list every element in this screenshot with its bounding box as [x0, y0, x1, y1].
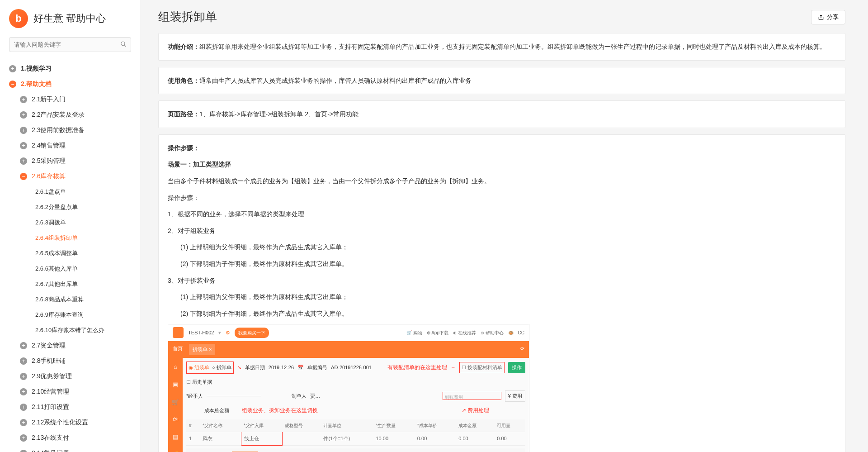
- ss-avatar-icon: 🐵: [508, 328, 514, 337]
- search-input[interactable]: [9, 37, 131, 52]
- ss-buy-pill: 我要购买一下: [235, 328, 269, 338]
- nav-2-6-5[interactable]: 2.6.5成本调整单: [9, 246, 131, 261]
- ss-maker-val: 贾…: [310, 391, 320, 401]
- logo-icon: b: [9, 9, 28, 28]
- plus-icon: +: [20, 373, 27, 380]
- ss-type-radio: ◉ 组装单 ○ 拆卸单: [186, 362, 234, 374]
- step3-1: (1) 上部明细为父件明细，最终作为原材料生成其它出库单；: [168, 291, 836, 303]
- role-label: 使用角色：: [168, 77, 199, 84]
- ss-handler: *经手人: [186, 391, 203, 401]
- step1: 1、根据不同的业务，选择不同单据的类型来处理: [168, 208, 836, 220]
- plus-icon: +: [20, 111, 27, 119]
- ss-fee-btn: ¥ 费用: [505, 390, 525, 402]
- cart-icon: 🛒: [172, 397, 179, 408]
- plus-icon: +: [20, 96, 27, 103]
- role-card: 使用角色：通常由生产人员或库管人员完成拆装业务的操作，库管人员确认原材料的出库和…: [158, 67, 845, 95]
- nav-help-docs[interactable]: −2.帮助文档: [9, 76, 131, 92]
- ss-date-label: 单据日期: [245, 363, 265, 372]
- nav-2-2[interactable]: +2.2产品安装及登录: [9, 107, 131, 123]
- ss-doc-val: AD-20191226-001: [331, 363, 372, 372]
- plus-icon: +: [20, 419, 27, 426]
- box-icon: ▣: [173, 379, 178, 390]
- ss-tabs: 首页 拆装单 × ⟳: [168, 341, 529, 358]
- role-text: 通常由生产人员或库管人员完成拆装业务的操作，库管人员确认原材料的出库和产成品的入…: [199, 77, 472, 84]
- scene1-title: 场景一：加工类型选择: [168, 158, 836, 171]
- nav-2-7[interactable]: +2.7资金管理: [9, 338, 131, 353]
- logo: b 好生意 帮助中心: [9, 9, 131, 28]
- steps-title: 操作步骤：: [168, 142, 836, 154]
- intro-text: 组装拆卸单用来处理企业组装或拆卸等加工业务，支持有固定装配清单的产品加工业务，也…: [199, 43, 826, 50]
- intro-card: 功能介绍：组装拆卸单用来处理企业组装或拆卸等加工业务，支持有固定装配清单的产品加…: [158, 33, 845, 61]
- step3: 3、对于拆装业务: [168, 275, 836, 287]
- nav-2-6-2[interactable]: 2.6.2分量盘点单: [9, 200, 131, 215]
- steps-label: 操作步骤：: [168, 192, 836, 204]
- ss-cost-total: 成本总金额: [204, 406, 229, 415]
- home-icon: ⌂: [174, 362, 177, 373]
- ss-user: CC: [518, 328, 524, 337]
- nav-2-6-1[interactable]: 2.6.1盘点单: [9, 184, 131, 200]
- nav-2-5[interactable]: +2.5采购管理: [9, 153, 131, 169]
- ss-op-btn: 操作: [508, 362, 525, 373]
- nav-video-learning[interactable]: +1.视频学习: [9, 61, 131, 76]
- intro-label: 功能介绍：: [168, 43, 199, 50]
- plus-icon: +: [20, 404, 27, 411]
- page-title: 组装拆卸单: [158, 9, 217, 25]
- ss-header: TEST-H002 ▾ ⚙ 我要购买一下 🛒 购物 ⊕ App下载 ⊕ 在线推荐…: [168, 324, 529, 341]
- ss-acct-input: 到账费用: [443, 392, 501, 400]
- arrow-icon: →: [451, 363, 456, 372]
- nav-2-6[interactable]: −2.6库存核算: [9, 169, 131, 184]
- nav-2-6-6[interactable]: 2.6.6其他入库单: [9, 261, 131, 276]
- plus-icon: +: [20, 388, 27, 395]
- ss-refer: ⊕ 在线推荐: [453, 328, 476, 337]
- nav-tree: +1.视频学习 −2.帮助文档 +2.1新手入门 +2.2产品安装及登录 +2.…: [9, 61, 131, 452]
- nav-2-6-7[interactable]: 2.6.7其他出库单: [9, 276, 131, 292]
- nav-2-3[interactable]: +2.3使用前数据准备: [9, 123, 131, 138]
- svg-line-1: [124, 45, 126, 47]
- plus-icon: +: [20, 357, 27, 365]
- nav-2-6-9[interactable]: 2.6.9库存账本查询: [9, 307, 131, 323]
- ss-header-code: TEST-H002: [188, 328, 214, 338]
- ss-tab-active: 拆装单 ×: [189, 344, 215, 355]
- plus-icon: +: [20, 157, 27, 165]
- nav-2-9[interactable]: +2.9优惠券管理: [9, 369, 131, 384]
- anno-mid: 组装业务、拆卸业务在这里切换: [242, 405, 318, 416]
- anno-top-right: 有装配清单的在这里处理: [387, 362, 447, 373]
- nav-2-6-4[interactable]: 2.6.4组装拆卸单: [9, 230, 131, 246]
- nav-2-10[interactable]: +2.10经营管理: [9, 384, 131, 400]
- minus-icon: −: [9, 81, 16, 88]
- path-card: 页面路径：1、库存核算->库存管理->组装拆卸单 2、首页->常用功能: [158, 100, 845, 128]
- ss-config-btn: ☐ 按装配材料清单: [459, 362, 505, 373]
- minus-icon: −: [20, 173, 27, 180]
- nav-2-6-10[interactable]: 2.6.10库存账本错了怎么办: [9, 323, 131, 338]
- embedded-screenshot: TEST-H002 ▾ ⚙ 我要购买一下 🛒 购物 ⊕ App下载 ⊕ 在线推荐…: [168, 324, 529, 452]
- share-icon: [818, 14, 824, 20]
- step2-2: (2) 下部明细为子件明细，最终作为原材料生成其它出库单。: [168, 258, 836, 270]
- ss-app: ⊕ App下载: [427, 328, 448, 337]
- scene1-desc: 当由多个子件材料组装成一个成品的业务为【组装】业务，当由一个父件拆分成多个子产品…: [168, 175, 836, 187]
- svg-point-0: [121, 42, 125, 45]
- nav-2-14[interactable]: +2.14常见问题: [9, 446, 131, 452]
- wallet-icon: 💰: [172, 449, 179, 452]
- nav-2-6-8[interactable]: 2.6.8商品成本重算: [9, 292, 131, 307]
- share-button[interactable]: 分享: [811, 10, 845, 24]
- search-icon[interactable]: [120, 41, 127, 48]
- sidebar: b 好生意 帮助中心 +1.视频学习 −2.帮助文档 +2.1新手入门 +2.2…: [0, 0, 140, 452]
- nav-2-1[interactable]: +2.1新手入门: [9, 92, 131, 107]
- plus-icon: +: [9, 65, 16, 72]
- ss-child-table: # *子件名称 已耗用子件 *出库仓库 规格型号 *单位 *数量 *成本单价 *…: [186, 448, 525, 452]
- logo-text: 好生意 帮助中心: [33, 12, 106, 25]
- nav-2-13[interactable]: +2.13在线支付: [9, 430, 131, 446]
- nav-2-4[interactable]: +2.4销售管理: [9, 138, 131, 153]
- ss-logo-icon: [173, 327, 184, 338]
- nav-2-11[interactable]: +2.11打印设置: [9, 400, 131, 415]
- ss-date-val: 2019-12-26: [269, 363, 294, 372]
- ss-help: ⊕ 帮助中心: [481, 328, 504, 337]
- plus-icon: +: [20, 434, 27, 442]
- arrow-icon: ↘: [237, 363, 241, 372]
- nav-2-6-3[interactable]: 2.6.3调拨单: [9, 215, 131, 230]
- anno-fee: ↗ 费用处理: [462, 405, 489, 416]
- nav-2-8[interactable]: +2.8手机旺铺: [9, 353, 131, 369]
- step2: 2、对于组装业务: [168, 225, 836, 237]
- ss-cart: 🛒 购物: [406, 328, 422, 337]
- nav-2-12[interactable]: +2.12系统个性化设置: [9, 415, 131, 430]
